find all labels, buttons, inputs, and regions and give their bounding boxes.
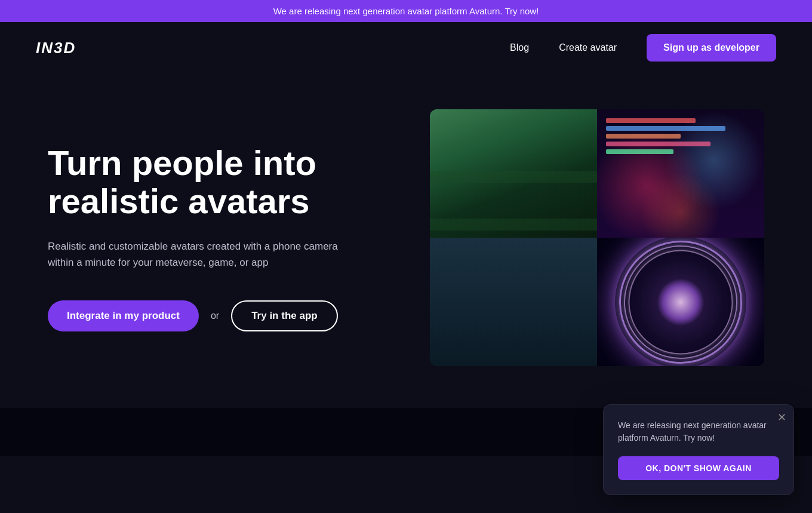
hero-title: Turn people into realistic avatars xyxy=(48,144,394,220)
integrate-product-button[interactable]: Integrate in my product xyxy=(48,300,199,331)
hero-image-grid xyxy=(430,109,764,366)
hero-section: Turn people into realistic avatars Reali… xyxy=(0,73,812,402)
hero-image-park xyxy=(430,109,597,238)
or-separator: or xyxy=(211,311,219,321)
hero-image-street xyxy=(430,238,597,366)
hero-subtitle: Realistic and customizable avatars creat… xyxy=(48,238,346,271)
nav-link-create-avatar[interactable]: Create avatar xyxy=(559,42,617,53)
try-app-button[interactable]: Try in the app xyxy=(231,300,338,331)
nav-links: Blog Create avatar Sign up as developer xyxy=(510,34,776,62)
energy-ring-2 xyxy=(609,238,752,366)
hero-content: Turn people into realistic avatars Reali… xyxy=(48,144,394,331)
energy-core xyxy=(657,278,705,326)
notification-popup: ✕ We are releasing next generation avata… xyxy=(603,404,794,495)
popup-ok-button[interactable]: OK, DON'T SHOW AGAIN xyxy=(618,456,779,480)
nav-link-blog[interactable]: Blog xyxy=(510,42,529,53)
hero-actions: Integrate in my product or Try in the ap… xyxy=(48,300,394,331)
announcement-banner[interactable]: We are releasing next generation avatar … xyxy=(0,0,812,22)
hero-image-energy-sphere xyxy=(597,238,764,366)
popup-close-button[interactable]: ✕ xyxy=(777,412,786,423)
banner-text: We are releasing next generation avatar … xyxy=(273,6,539,16)
energy-ring-1 xyxy=(603,238,758,366)
logo[interactable]: IN3D xyxy=(36,39,76,57)
hero-image-neon-city xyxy=(597,109,764,238)
navigation: IN3D Blog Create avatar Sign up as devel… xyxy=(0,22,812,73)
neon-overlay xyxy=(597,109,764,238)
signup-developer-button[interactable]: Sign up as developer xyxy=(647,34,776,62)
popup-text: We are releasing next generation avatar … xyxy=(618,419,779,444)
